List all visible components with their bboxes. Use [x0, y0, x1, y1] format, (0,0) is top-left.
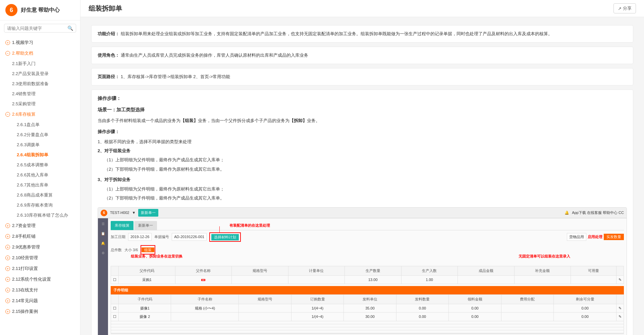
col-spec: 规格型号: [232, 266, 288, 275]
lower-row-2: ☐ 摄像 2 1/(4~4) 30.00 0.00 0.00 0.00: [111, 313, 624, 321]
screenshot-tab-inactive[interactable]: 新新单一: [134, 221, 157, 230]
sidebar-item-coupon[interactable]: + 2.9优惠券管理: [0, 242, 80, 253]
col-prod-amount: 成品金额: [458, 266, 515, 275]
step1: 1、根据不同的业务，选择不同单据的类型来处理: [98, 138, 627, 146]
screenshot-confirm-btn[interactable]: 实发数量: [604, 234, 624, 240]
sidebar-sub-stock3[interactable]: 2.6.3调拨单: [0, 140, 80, 150]
search-icon: 🔍: [67, 25, 73, 31]
sidebar-item-videos[interactable]: + 1.视频学习: [0, 37, 80, 48]
sidebar-sub-dataprep[interactable]: 2.3使用前数据准备: [0, 79, 80, 89]
row-available: [571, 275, 616, 284]
sidebar-item-payment[interactable]: + 2.13在线支付: [0, 285, 80, 295]
lower-row-1: ☐ 摄像1 规格 (小〜4) 1/(4~4) 35.00 0.00 0.00: [111, 304, 624, 313]
sidebar-sub-stock8[interactable]: 2.6.8商品成本重算: [0, 190, 80, 200]
path-label: 页面路径：: [98, 74, 119, 79]
sub-row2-spec: [239, 313, 291, 321]
sub-col-amount: 领料金额: [449, 295, 501, 304]
lower-row-3: [111, 321, 624, 324]
ops-steps-title: 操作步骤：: [98, 128, 627, 135]
row-spec: [232, 275, 288, 284]
sub-col-action: [616, 295, 624, 304]
sub-col-remain: 剩余可分量: [554, 295, 616, 304]
screenshot-container: 6 TEST-H002 ▼ 新新单一 🔔 App下载 在线客服 帮助中心 CC …: [98, 207, 627, 335]
step3-2: （2）下部明细为子件明细，最终作为产成品生成其它入库单。: [104, 194, 627, 202]
sidebar-sub-stock2[interactable]: 2.6.2分量盘点单: [0, 130, 80, 140]
sub-row2-iunit: 30.00: [344, 313, 396, 321]
sidebar-item-capital[interactable]: + 2.7资金管理: [0, 220, 80, 231]
screenshot-form: 库存核算 新新单一 加工日期 2019-12-26 单据编号 AD-201912…: [108, 218, 627, 335]
lower-table-header: 子件代码 子件名称 规格型号 订购数量 发料单位 发料数量 领料金额 费用分配 …: [111, 295, 624, 304]
screenshot-upper-table-wrapper: 父件代码 父件名称 规格型号 计量单位 生产数量 生产入数 成品金额 补充金额: [111, 266, 624, 284]
sub-row1-iunit: 35.00: [344, 304, 396, 313]
sub-col-issue-unit: 发料单位: [344, 295, 396, 304]
screenshot-footer: 合计 $8.00 6.00 0.00 0.00 0.00: [111, 333, 624, 335]
sidebar-sub-install[interactable]: 2.2产品安装及登录: [0, 69, 80, 79]
sidebar-item-label: 1.视频学习: [12, 40, 33, 46]
col-prod-qty: 生产数量: [345, 266, 401, 275]
sub-row3-empty: [111, 321, 624, 324]
sub-row1-checkbox: ☐: [111, 304, 119, 313]
expand-icon: +: [5, 223, 10, 228]
screenshot-select-plan-btn[interactable]: 选择材料计划: [211, 234, 239, 240]
sub-col-select: [111, 295, 119, 304]
sidebar: 6 好生意 帮助中心 🔍 + 1.视频学习 − 2.帮助文档 2.1新手入门 2…: [0, 0, 80, 335]
sidebar-item-label: 2.12系统个性化设置: [12, 276, 51, 282]
expand-icon: +: [5, 256, 10, 260]
sidebar-sub-stock4[interactable]: 2.6.4组装拆卸单: [0, 150, 80, 160]
collapse-icon: −: [5, 51, 10, 56]
sidebar-sub-sales[interactable]: 2.4销售管理: [0, 89, 80, 99]
share-button[interactable]: ↗ 分享: [613, 3, 636, 13]
sidebar-item-ops[interactable]: + 2.10经营管理: [0, 253, 80, 263]
step2-1: （1）上部明细为父件明细，最终作为产成品生成其它入库单；: [104, 156, 627, 164]
expand-icon: +: [5, 309, 10, 314]
sidebar-sub-stock9[interactable]: 2.6.9库存账本查询: [0, 200, 80, 210]
sub-row2-checkbox: ☐: [111, 313, 119, 321]
sidebar-sub-stock7[interactable]: 2.6.7其他出库单: [0, 180, 80, 190]
expand-icon: +: [5, 234, 10, 239]
screenshot-sidebar: ☰ 📋 🔔 ⚙: [98, 218, 108, 335]
screenshot-dropdown-icon: ▼: [132, 210, 136, 216]
logo-icon: 6: [5, 4, 17, 16]
pieces-value: 大小 3/6: [124, 247, 138, 253]
sidebar-item-mobile[interactable]: + 2.8手机旺铺: [0, 231, 80, 242]
code-value: AD-20191226-001: [172, 233, 207, 241]
search-input[interactable]: [7, 26, 67, 31]
col-parent-code: 父件代码: [119, 266, 175, 275]
sub-col-alloc: 费用分配: [501, 295, 553, 304]
screenshot-tab-active[interactable]: 库存核算: [111, 221, 133, 230]
col-action: [616, 266, 624, 275]
sub-col-name: 子件名称: [171, 295, 239, 304]
annotation-text1: 有装配清单的在这里处理: [229, 222, 270, 229]
content-area: 功能介绍： 组装拆卸单用来处理企业组装或拆卸等加工业务，支持有固定装配清单的产品…: [80, 17, 644, 335]
sidebar-item-cases[interactable]: + 2.15操作案例: [0, 306, 80, 317]
col-parent-name: 父件名称: [175, 266, 232, 275]
sidebar-sub-stock10[interactable]: 2.6.10库存账本错了怎么办: [0, 210, 80, 220]
sub-row4-empty: [111, 324, 624, 327]
sidebar-item-faq[interactable]: + 2.14常见问题: [0, 295, 80, 306]
sidebar-sub-stock1[interactable]: 2.6.1盘点单: [0, 120, 80, 130]
ops-title: 操作步骤：: [98, 95, 627, 103]
step2: 2、对于组装业务: [98, 147, 627, 155]
sidebar-item-label: 2.15操作案例: [12, 309, 38, 315]
sidebar-sub-newbie[interactable]: 2.1新手入门: [0, 59, 80, 69]
screenshot-lower-table: 子件代码 子件名称 规格型号 订购数量 发料单位 发料数量 领料金额 费用分配 …: [111, 294, 624, 333]
sidebar-item-docs[interactable]: − 2.帮助文档: [0, 48, 80, 59]
sidebar-header: 6 好生意 帮助中心: [0, 0, 80, 20]
sidebar-sub-stock5[interactable]: 2.6.5成本调整单: [0, 160, 80, 170]
sidebar-sub-purchase[interactable]: 2.5采购管理: [0, 99, 80, 109]
sidebar-item-label: 2.13在线支付: [12, 287, 38, 293]
ops-block: 操作步骤： 场景一：加工类型选择 当由多个子件材料组装成一个成品的业务为【组装】…: [91, 90, 633, 335]
sidebar-item-stock[interactable]: − 2.6库存核算: [0, 109, 80, 120]
sidebar-sub-stock6[interactable]: 2.6.6其他入库单: [0, 170, 80, 180]
sub-row1-ops: ✎: [616, 304, 624, 313]
sidebar-item-print[interactable]: + 2.11打印设置: [0, 263, 80, 274]
sub-col-spec: 规格型号: [239, 295, 291, 304]
sidebar-item-personalize[interactable]: + 2.12系统个性化设置: [0, 274, 80, 285]
page-title: 组装拆卸单: [89, 4, 122, 13]
expand-icon: +: [5, 298, 10, 303]
expand-icon: +: [5, 40, 10, 45]
sub-row2-alloc: [501, 313, 553, 321]
sub-row2-code: 摄像 2: [119, 313, 171, 321]
search-box[interactable]: 🔍: [4, 24, 76, 33]
row-name: [175, 275, 232, 284]
